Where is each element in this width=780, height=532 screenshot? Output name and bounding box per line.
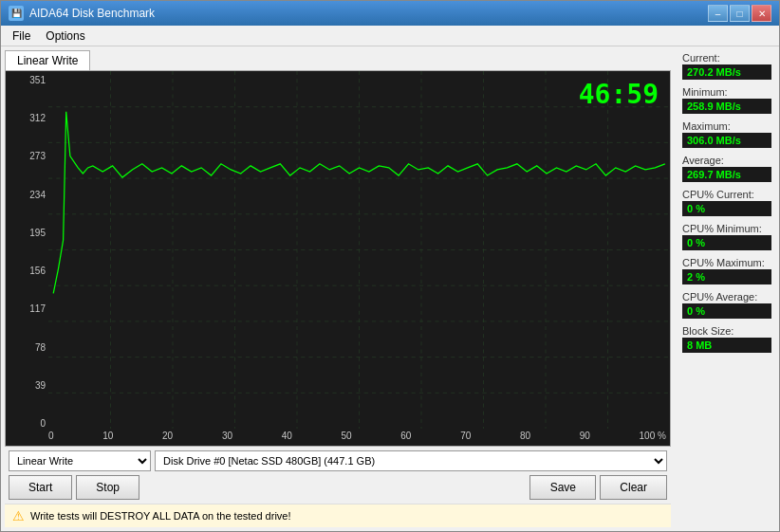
x-label-90: 90: [580, 431, 590, 444]
x-label-70: 70: [460, 431, 471, 444]
stat-cpu-average: CPU% Average: 0 %: [682, 291, 771, 319]
window-title: AIDA64 Disk Benchmark: [29, 7, 155, 20]
current-label: Current:: [682, 52, 771, 64]
y-label-351: 351: [8, 75, 46, 85]
x-label-10: 10: [102, 431, 113, 444]
test-type-dropdown[interactable]: Linear Write: [9, 450, 151, 471]
stat-block-size: Block Size: 8 MB: [682, 325, 771, 353]
cpu-maximum-value: 2 %: [682, 269, 771, 284]
cpu-current-label: CPU% Current:: [682, 189, 771, 200]
save-button[interactable]: Save: [529, 475, 596, 500]
stat-average: Average: 269.7 MB/s: [682, 155, 771, 182]
x-label-30: 30: [222, 431, 232, 444]
x-axis: 0 10 20 30 40 50 60 70 80 90 100 %: [48, 429, 670, 446]
main-window: 💾 AIDA64 Disk Benchmark – □ ✕ File Optio…: [0, 0, 780, 532]
bottom-bar: Linear Write Disk Drive #0 [Netac SSD 48…: [5, 447, 671, 504]
chart-container: 351 312 273 234 195 156 117 78 39 0: [5, 70, 671, 447]
y-label-156: 156: [8, 266, 46, 276]
y-label-78: 78: [8, 342, 46, 353]
chart-svg: [48, 71, 670, 429]
x-label-20: 20: [162, 431, 173, 444]
chart-plot: 46:59: [48, 71, 670, 429]
timer-display: 46:59: [579, 79, 659, 110]
y-label-312: 312: [8, 113, 46, 123]
y-label-234: 234: [8, 190, 46, 200]
drive-select-dropdown[interactable]: Disk Drive #0 [Netac SSD 480GB] (447.1 G…: [155, 450, 667, 471]
cpu-average-value: 0 %: [682, 303, 771, 319]
x-label-60: 60: [400, 431, 411, 444]
controls-row: Linear Write Disk Drive #0 [Netac SSD 48…: [9, 450, 667, 471]
warning-text: Write tests will DESTROY ALL DATA on the…: [30, 510, 291, 522]
y-label-195: 195: [8, 228, 46, 238]
block-size-label: Block Size:: [682, 325, 771, 337]
block-size-value: 8 MB: [682, 338, 771, 353]
y-label-273: 273: [8, 151, 46, 161]
tab-linear-write[interactable]: Linear Write: [5, 50, 90, 70]
title-bar-left: 💾 AIDA64 Disk Benchmark: [9, 6, 155, 21]
cpu-minimum-label: CPU% Minimum:: [682, 223, 771, 234]
title-buttons: – □ ✕: [708, 5, 771, 22]
minimum-label: Minimum:: [682, 86, 771, 98]
stat-cpu-maximum: CPU% Maximum: 2 %: [682, 257, 771, 284]
y-label-117: 117: [8, 303, 46, 314]
stop-button[interactable]: Stop: [76, 475, 139, 500]
x-label-100: 100 %: [640, 431, 666, 444]
button-row: Start Stop Save Clear: [9, 475, 667, 504]
stat-cpu-minimum: CPU% Minimum: 0 %: [682, 223, 771, 250]
stat-maximum: Maximum: 306.0 MB/s: [682, 120, 771, 148]
tab-bar: Linear Write: [5, 50, 671, 70]
maximize-button[interactable]: □: [730, 5, 750, 22]
cpu-maximum-label: CPU% Maximum:: [682, 257, 771, 268]
warning-bar: ⚠ Write tests will DESTROY ALL DATA on t…: [5, 504, 671, 527]
average-label: Average:: [682, 155, 771, 166]
minimum-value: 258.9 MB/s: [682, 99, 771, 114]
minimize-button[interactable]: –: [708, 5, 728, 22]
menu-bar: File Options: [1, 26, 779, 46]
clear-button[interactable]: Clear: [600, 475, 667, 500]
maximum-label: Maximum:: [682, 120, 771, 132]
start-button[interactable]: Start: [9, 475, 72, 500]
right-stats-panel: Current: 270.2 MB/s Minimum: 258.9 MB/s …: [675, 46, 779, 531]
y-label-0: 0: [8, 418, 46, 429]
content-area: Linear Write 351 312 273 234 195 156 117…: [1, 46, 779, 531]
menu-options[interactable]: Options: [38, 28, 92, 45]
x-label-50: 50: [342, 431, 352, 444]
title-bar: 💾 AIDA64 Disk Benchmark – □ ✕: [1, 1, 779, 26]
maximum-value: 306.0 MB/s: [682, 133, 771, 148]
stat-minimum: Minimum: 258.9 MB/s: [682, 86, 771, 114]
average-value: 269.7 MB/s: [682, 167, 771, 182]
main-panel: Linear Write 351 312 273 234 195 156 117…: [1, 46, 675, 531]
warning-icon: ⚠: [12, 508, 25, 523]
x-label-80: 80: [520, 431, 530, 444]
cpu-average-label: CPU% Average:: [682, 291, 771, 303]
menu-file[interactable]: File: [5, 28, 38, 45]
y-label-39: 39: [8, 380, 46, 391]
cpu-minimum-value: 0 %: [682, 235, 771, 250]
y-axis: 351 312 273 234 195 156 117 78 39 0: [6, 71, 48, 446]
close-button[interactable]: ✕: [752, 5, 771, 22]
x-label-40: 40: [282, 431, 292, 444]
stat-cpu-current: CPU% Current: 0 %: [682, 189, 771, 216]
current-value: 270.2 MB/s: [682, 64, 771, 80]
stat-current: Current: 270.2 MB/s: [682, 52, 771, 80]
cpu-current-value: 0 %: [682, 201, 771, 216]
app-icon: 💾: [9, 6, 24, 21]
x-label-0: 0: [48, 431, 54, 444]
